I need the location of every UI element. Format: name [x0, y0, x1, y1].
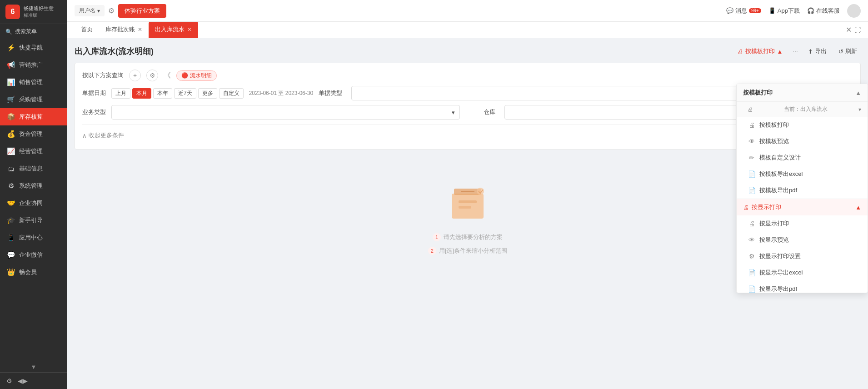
- export-icon: ⬆: [808, 48, 813, 55]
- export-btn[interactable]: ⬆ 导出: [804, 45, 830, 57]
- topbar-gear-icon[interactable]: ⚙: [108, 6, 115, 15]
- sidebar-item-finance[interactable]: 💰 资金管理: [0, 125, 67, 143]
- sidebar-collapse-btn[interactable]: ◀▶: [18, 377, 28, 384]
- template-print-btn[interactable]: 🖨 按模板打印 ▲: [734, 45, 786, 57]
- sidebar-item-sales[interactable]: 📊 销售管理: [0, 74, 67, 91]
- user-avatar[interactable]: [847, 4, 861, 18]
- doc-type-label: 单据类型: [319, 89, 342, 97]
- dropdown-scroll: 🖨 当前：出入库流水 ▾ 🖨 按模板打印 👁 按模板预览 ✏ 模板自定: [737, 102, 868, 293]
- sidebar-item-purchase[interactable]: 🛒 采购管理: [0, 91, 67, 108]
- sidebar-item-wechat[interactable]: 💬 企业微信: [0, 246, 67, 264]
- tabbar-expand-btn[interactable]: ⛶: [854, 26, 861, 34]
- search-row-1: 按以下方案查询 + ⚙ 《 🔴 流水明细: [82, 70, 853, 81]
- refresh-label: 刷新: [845, 47, 857, 55]
- sidebar-item-basic[interactable]: 🗂 基础信息: [0, 160, 67, 177]
- tab-batch-close[interactable]: ✕: [138, 26, 142, 33]
- corp-icon: 🤝: [6, 199, 15, 207]
- printer2-icon: 🖨: [748, 121, 756, 129]
- system-label: 系统管理: [19, 182, 43, 190]
- tab-flow-close[interactable]: ✕: [187, 26, 192, 33]
- add-condition-btn[interactable]: +: [129, 70, 141, 81]
- date-this-month-btn[interactable]: 本月: [132, 88, 151, 99]
- warehouse-label: 仓库: [484, 108, 495, 116]
- dropdown-header-right: ▲: [855, 90, 861, 96]
- app-download-btn[interactable]: 📱 App下载: [768, 7, 800, 15]
- filter-tag-water-detail[interactable]: 🔴 流水明细: [176, 70, 217, 81]
- sidebar-item-inventory[interactable]: 📦 库存核算: [0, 108, 67, 125]
- template-pdf-label: 按模板导出pdf: [759, 186, 797, 194]
- dropdown-item-display-pdf[interactable]: 📄 按显示导出pdf: [737, 281, 868, 293]
- date-7days-btn[interactable]: 近7天: [174, 88, 196, 99]
- date-label: 单据日期: [82, 89, 106, 97]
- dropdown-item-template-excel[interactable]: 📄 按模板导出excel: [737, 166, 868, 182]
- sidebar-item-vip[interactable]: 👑 畅会员: [0, 264, 67, 281]
- search-icon: 🔍: [5, 29, 12, 35]
- dropdown-item-display-print[interactable]: 🖨 按显示打印: [737, 215, 868, 232]
- dropdown-item-display-preview[interactable]: 👁 按显示预览: [737, 232, 868, 248]
- dropdown-item-display-excel[interactable]: 📄 按显示导出excel: [737, 264, 868, 281]
- display-chevron-up: ▲: [855, 204, 861, 211]
- tabbar: 首页 库存批次账 ✕ 出入库流水 ✕ ✕ ⛶: [67, 22, 868, 38]
- finance-icon: 💰: [6, 130, 15, 138]
- collapse-conditions-btn[interactable]: 《: [164, 71, 171, 80]
- tab-batch-label: 库存批次账: [105, 25, 135, 34]
- collapse-more-btn[interactable]: ∧ 收起更多条件: [82, 131, 124, 140]
- sidebar-settings-btn[interactable]: ⚙: [6, 377, 12, 384]
- dropdown-item-display-settings[interactable]: ⚙ 按显示打印设置: [737, 248, 868, 264]
- date-more-btn[interactable]: 更多: [198, 88, 217, 99]
- printer4-icon: 🖨: [748, 220, 756, 227]
- sidebar-item-corp[interactable]: 🤝 企业协同: [0, 194, 67, 212]
- sidebar-item-guide[interactable]: 🎓 新手引导: [0, 212, 67, 229]
- condition-settings-btn[interactable]: ⚙: [146, 70, 158, 81]
- purchase-label: 采购管理: [19, 95, 43, 104]
- empty-step1-label: 请先选择要分析的方案: [444, 233, 503, 241]
- current-label: 当前：出入库流水: [784, 105, 828, 113]
- printer-icon: 🖨: [738, 48, 743, 55]
- online-service-btn[interactable]: 🎧 在线客服: [807, 7, 840, 15]
- refresh-btn[interactable]: ↺ 刷新: [835, 45, 861, 57]
- inventory-icon: 📦: [6, 113, 15, 121]
- topbar-user[interactable]: 用户名 ▾: [75, 5, 105, 16]
- tab-flow[interactable]: 出入库流水 ✕: [149, 22, 198, 38]
- tab-batch[interactable]: 库存批次账 ✕: [99, 22, 149, 38]
- more-btn[interactable]: ···: [791, 48, 800, 55]
- dropdown-item-template-pdf[interactable]: 📄 按模板导出pdf: [737, 182, 868, 199]
- template-print-item-label: 按模板打印: [759, 121, 789, 129]
- chevron-up-icon-dropdown[interactable]: ▲: [855, 90, 861, 96]
- system-icon: ⚙: [6, 182, 15, 190]
- svg-rect-4: [459, 206, 471, 209]
- dropdown-item-template-print[interactable]: 🖨 按模板打印: [737, 117, 868, 133]
- sidebar-item-operations[interactable]: 📈 经营管理: [0, 143, 67, 160]
- display-print-header[interactable]: 🖨 按显示打印 ▲: [737, 199, 868, 215]
- search-by-label: 按以下方案查询: [82, 71, 124, 80]
- date-this-year-btn[interactable]: 本年: [153, 88, 172, 99]
- sidebar-item-marketing[interactable]: 📢 营销推广: [0, 56, 67, 74]
- message-label: 消息: [735, 7, 747, 15]
- date-last-month-btn[interactable]: 上月: [111, 88, 130, 99]
- svg-rect-3: [459, 200, 477, 203]
- operations-icon: 📈: [6, 147, 15, 155]
- sidebar-scroll-down[interactable]: ▼: [0, 362, 67, 372]
- wechat-label: 企业微信: [19, 251, 43, 259]
- sidebar-item-app-center[interactable]: 📱 应用中心: [0, 229, 67, 246]
- sidebar-item-system[interactable]: ⚙ 系统管理: [0, 177, 67, 194]
- trial-btn[interactable]: 体验行业方案: [118, 4, 166, 18]
- tab-home[interactable]: 首页: [75, 22, 99, 38]
- date-custom-btn[interactable]: 自定义: [219, 88, 244, 99]
- pdf2-icon: 📄: [748, 285, 756, 293]
- online-service-label: 在线客服: [816, 7, 840, 15]
- template-excel-label: 按模板导出excel: [759, 170, 803, 178]
- sidebar-bottom: ⚙ ◀▶: [0, 372, 67, 389]
- dropdown-item-template-custom[interactable]: ✏ 模板自定义设计: [737, 150, 868, 166]
- tabbar-close-all-btn[interactable]: ✕: [846, 25, 852, 34]
- chevron-up-icon: ▲: [777, 48, 783, 55]
- app-download-label: App下载: [778, 7, 800, 15]
- collapse-label: 收起更多条件: [89, 131, 124, 140]
- quick-nav-icon: ⚡: [6, 44, 15, 52]
- user-name-label: 用户名: [79, 7, 95, 15]
- sidebar-item-search[interactable]: 🔍 搜索菜单: [0, 24, 67, 39]
- dropdown-item-template-preview[interactable]: 👁 按模板预览: [737, 133, 868, 150]
- biz-type-select[interactable]: ▾: [111, 105, 460, 120]
- message-btn[interactable]: 💬 消息 99+: [726, 7, 761, 15]
- sidebar-item-quick-nav[interactable]: ⚡ 快捷导航: [0, 39, 67, 56]
